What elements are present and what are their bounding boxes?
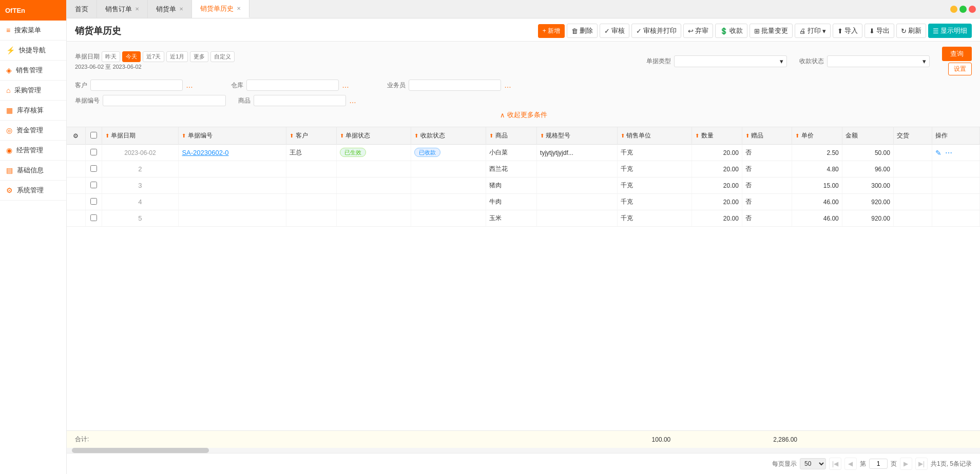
doc-no-cell[interactable] [179, 210, 286, 227]
col-unit[interactable]: ⬆ 销售单位 [617, 127, 692, 145]
last-page-button[interactable]: ▶| [915, 458, 928, 470]
warehouse-input[interactable] [246, 80, 339, 91]
col-doc-no[interactable]: ⬆ 单据编号 [179, 127, 286, 145]
tab-sales-history[interactable]: 销货单历史 ✕ [192, 0, 249, 18]
page-input[interactable]: 1 [869, 459, 888, 469]
row-checkbox-cell[interactable] [85, 177, 102, 194]
goods-input[interactable] [254, 95, 346, 106]
sidebar-item-inventory[interactable]: ▦ 库存核算 [0, 101, 66, 121]
row-checkbox[interactable] [90, 214, 97, 221]
col-settings[interactable]: ⚙ [67, 127, 85, 145]
action-cell[interactable] [932, 161, 980, 177]
col-qty[interactable]: ⬆ 数量 [692, 127, 742, 145]
import-button[interactable]: ⬆ 导入 [833, 24, 862, 38]
sidebar-item-basic-info[interactable]: ▤ 基础信息 [0, 161, 66, 181]
col-price[interactable]: ⬆ 单价 [792, 127, 842, 145]
close-button[interactable] [969, 6, 976, 13]
date-btn-custom[interactable]: 自定义 [210, 51, 235, 62]
prev-page-button[interactable]: ◀ [844, 458, 857, 470]
date-btn-1month[interactable]: 近1月 [166, 51, 188, 62]
sidebar-item-sales-mgmt[interactable]: ◈ 销售管理 [0, 61, 66, 81]
maximize-button[interactable] [959, 6, 967, 13]
action-cell[interactable]: ✎ ⋯ [932, 145, 980, 161]
export-button[interactable]: ⬇ 导出 [864, 24, 894, 38]
audit-button[interactable]: ✓ 审核 [600, 24, 629, 38]
sidebar-item-search-menu[interactable]: ≡ 搜索菜单 [0, 21, 66, 41]
date-btn-more[interactable]: 更多 [190, 51, 208, 62]
doc-num-input[interactable] [103, 95, 226, 106]
row-checkbox-cell[interactable] [85, 161, 102, 177]
page-size-select[interactable]: 50 100 200 [800, 458, 826, 469]
doc-no-cell[interactable] [179, 161, 286, 177]
sidebar-item-quick-nav[interactable]: ⚡ 快捷导航 [0, 41, 66, 61]
sidebar-item-ops[interactable]: ◉ 经营管理 [0, 141, 66, 161]
col-doc-status[interactable]: ⬆ 单据状态 [336, 127, 411, 145]
minimize-button[interactable] [950, 6, 957, 13]
new-button[interactable]: + 新增 [538, 24, 565, 38]
doc-no-cell[interactable] [179, 194, 286, 210]
tab-sales-history-close[interactable]: ✕ [237, 6, 241, 11]
tab-sales-invoice[interactable]: 销货单 ✕ [148, 0, 192, 18]
tab-home[interactable]: 首页 [67, 0, 97, 18]
more-icon[interactable]: ⋯ [945, 149, 952, 157]
query-button[interactable]: 查询 [942, 47, 972, 61]
row-checkbox[interactable] [90, 182, 97, 188]
row-checkbox-cell[interactable] [85, 194, 102, 210]
collapse-label: 收起更多条件 [507, 110, 547, 120]
col-pay-status[interactable]: ⬆ 收款状态 [411, 127, 486, 145]
staff-input[interactable] [409, 80, 501, 91]
next-page-button[interactable]: ▶ [900, 458, 912, 470]
spec-cell [537, 177, 618, 194]
col-date[interactable]: ⬆ 单据日期 [102, 127, 179, 145]
tab-sales-order-label: 销售订单 [105, 5, 132, 14]
doc-no-link[interactable]: SA-20230602-0 [182, 149, 228, 156]
tab-sales-order-close[interactable]: ✕ [135, 6, 139, 12]
select-all-checkbox[interactable] [90, 132, 97, 139]
audit-print-button[interactable]: ✓ 审核并打印 [631, 24, 681, 38]
row-checkbox-cell[interactable] [85, 145, 102, 161]
horizontal-scrollbar[interactable] [67, 448, 980, 453]
payment-status-select[interactable]: ▾ [827, 55, 930, 67]
abandon-button[interactable]: ↩ 弃审 [683, 24, 713, 38]
batch-change-button[interactable]: ⊞ 批量变更 [750, 24, 793, 38]
col-gift[interactable]: ⬆ 赠品 [742, 127, 792, 145]
goods-dots[interactable]: … [349, 96, 356, 105]
doc-no-cell[interactable]: SA-20230602-0 [179, 145, 286, 161]
scroll-thumb[interactable] [72, 448, 209, 453]
delete-button[interactable]: 🗑 删除 [567, 24, 598, 38]
tab-sales-order[interactable]: 销售订单 ✕ [97, 0, 148, 18]
edit-icon[interactable]: ✎ [935, 149, 941, 157]
collect-button[interactable]: 💲 收款 [715, 24, 747, 38]
customer-dots[interactable]: … [186, 81, 193, 89]
col-customer[interactable]: ⬆ 客户 [286, 127, 336, 145]
sidebar-item-purchase-mgmt[interactable]: ⌂ 采购管理 [0, 81, 66, 101]
date-btn-yesterday[interactable]: 昨天 [102, 51, 120, 62]
doc-type-select[interactable]: ▾ [674, 55, 787, 67]
row-checkbox-cell[interactable] [85, 210, 102, 227]
row-checkbox[interactable] [90, 198, 97, 205]
print-button[interactable]: 🖨 打印 ▾ [795, 24, 831, 38]
refresh-button[interactable]: ↻ 刷新 [896, 24, 926, 38]
action-cell[interactable] [932, 177, 980, 194]
col-checkbox[interactable] [85, 127, 102, 145]
col-goods[interactable]: ⬆ 商品 [486, 127, 537, 145]
staff-dots[interactable]: … [504, 81, 511, 89]
sidebar-item-finance[interactable]: ◎ 资金管理 [0, 121, 66, 141]
date-btn-today[interactable]: 今天 [122, 51, 141, 62]
sidebar-item-sys-mgmt[interactable]: ⚙ 系统管理 [0, 181, 66, 201]
setting-button[interactable]: 设置 [948, 63, 972, 75]
show-detail-button[interactable]: ☰ 显示明细 [928, 24, 972, 38]
action-cell[interactable] [932, 210, 980, 227]
doc-no-cell[interactable] [179, 177, 286, 194]
action-cell[interactable] [932, 194, 980, 210]
payment-status-label: 收款状态 [799, 57, 824, 66]
row-checkbox[interactable] [90, 149, 97, 155]
customer-input[interactable] [90, 80, 183, 91]
tab-sales-invoice-close[interactable]: ✕ [179, 6, 183, 12]
collapse-button[interactable]: ∧ 收起更多条件 [75, 108, 972, 122]
first-page-button[interactable]: |◀ [829, 458, 841, 470]
warehouse-dots[interactable]: … [342, 81, 349, 89]
col-spec[interactable]: ⬆ 规格型号 [537, 127, 618, 145]
date-btn-7days[interactable]: 近7天 [143, 51, 164, 62]
row-checkbox[interactable] [90, 165, 97, 172]
